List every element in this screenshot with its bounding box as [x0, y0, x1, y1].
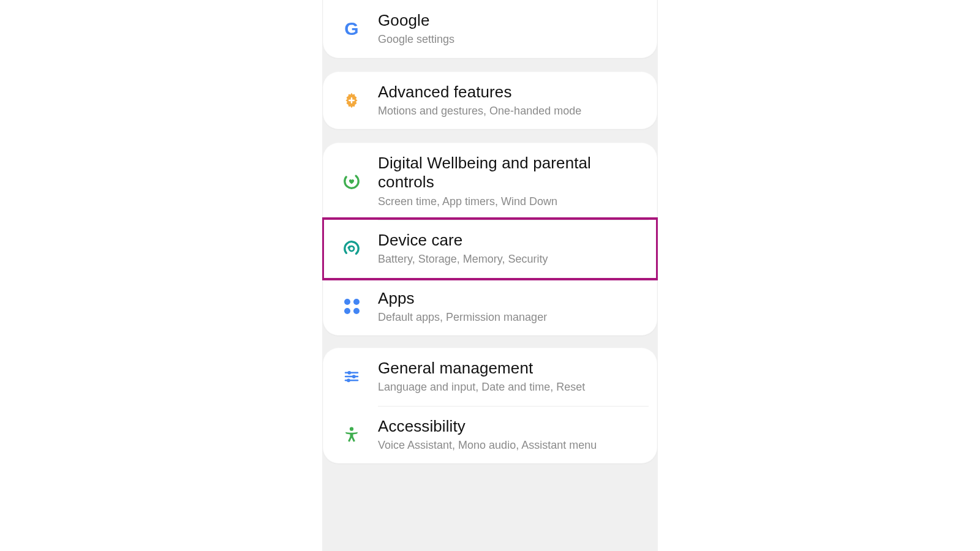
item-subtitle: Default apps, Permission manager: [378, 310, 646, 324]
item-title: Apps: [378, 289, 646, 308]
settings-item-advanced-features[interactable]: Advanced features Motions and gestures, …: [323, 72, 657, 130]
card-advanced: Advanced features Motions and gestures, …: [323, 72, 657, 130]
item-subtitle: Motions and gestures, One-handed mode: [378, 104, 646, 118]
settings-item-google[interactable]: G Google Google settings: [323, 0, 657, 58]
card-general: General management Language and input, D…: [323, 348, 657, 463]
settings-item-general-management[interactable]: General management Language and input, D…: [323, 348, 657, 406]
device-care-icon: [336, 239, 367, 258]
svg-point-1: [342, 239, 361, 258]
stage: G Google Google settings Advance: [0, 0, 980, 551]
item-title: Device care: [378, 231, 646, 250]
item-subtitle: Language and input, Date and time, Reset: [378, 380, 646, 394]
item-subtitle: Screen time, App timers, Wind Down: [378, 195, 646, 209]
svg-point-9: [350, 427, 353, 430]
wellbeing-icon: [336, 172, 367, 190]
item-title: General management: [378, 359, 646, 378]
settings-item-device-care[interactable]: Device care Battery, Storage, Memory, Se…: [323, 220, 657, 278]
sliders-icon: [336, 367, 367, 386]
item-title: Google: [378, 11, 646, 30]
settings-list[interactable]: G Google Google settings Advance: [322, 0, 658, 551]
item-subtitle: Google settings: [378, 32, 646, 47]
item-title: Digital Wellbeing and parental controls: [378, 154, 646, 192]
apps-icon: [336, 299, 367, 314]
settings-item-apps[interactable]: Apps Default apps, Permission manager: [323, 278, 657, 336]
svg-point-8: [347, 379, 350, 383]
settings-item-digital-wellbeing[interactable]: Digital Wellbeing and parental controls …: [323, 143, 657, 220]
item-subtitle: Voice Assistant, Mono audio, Assistant m…: [378, 438, 646, 452]
item-title: Advanced features: [378, 83, 646, 102]
card-google: G Google Google settings: [323, 0, 657, 58]
google-g-icon: G: [336, 20, 367, 38]
item-subtitle: Battery, Storage, Memory, Security: [378, 252, 646, 266]
accessibility-icon: [336, 425, 367, 444]
card-wellbeing: Digital Wellbeing and parental controls …: [323, 143, 657, 335]
gear-plus-icon: [336, 91, 367, 110]
settings-item-accessibility[interactable]: Accessibility Voice Assistant, Mono audi…: [323, 406, 657, 464]
svg-point-7: [352, 375, 356, 378]
svg-point-6: [347, 371, 351, 375]
item-title: Accessibility: [378, 417, 646, 436]
